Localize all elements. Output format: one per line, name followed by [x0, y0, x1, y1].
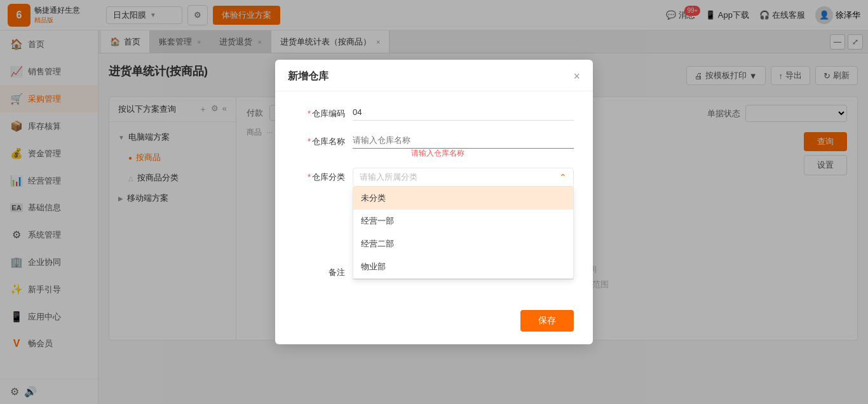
modal-header: 新增仓库 ×	[275, 60, 593, 91]
dropdown-item-dept2[interactable]: 经营二部	[353, 232, 573, 255]
category-dropdown-list: 未分类 经营一部 经营二部 物业部	[353, 187, 574, 279]
dropdown-item-dept1[interactable]: 经营一部	[353, 210, 573, 232]
modal-body: 仓库编码 仓库名称 请输入仓库名称 仓库分类 请输入所属分类 ⌃ 未分类 经营一…	[275, 91, 593, 304]
form-row-name: 仓库名称 请输入仓库名称	[294, 132, 574, 149]
form-row-code: 仓库编码	[294, 104, 574, 121]
modal-new-warehouse: 新增仓库 × 仓库编码 仓库名称 请输入仓库名称 仓库分类 请输入所属分类 ⌃	[275, 60, 593, 344]
category-placeholder: 请输入所属分类	[360, 172, 417, 183]
dropdown-item-dept3[interactable]: 物业部	[353, 255, 573, 278]
modal-footer: 保存	[275, 304, 593, 344]
code-input[interactable]	[353, 104, 574, 121]
category-label: 仓库分类	[294, 168, 345, 183]
name-input[interactable]	[353, 132, 574, 149]
modal-title: 新增仓库	[288, 70, 329, 83]
form-row-category: 仓库分类 请输入所属分类 ⌃ 未分类 经营一部 经营二部 物业部	[294, 168, 574, 187]
dropdown-item-unclassified[interactable]: 未分类	[353, 187, 573, 210]
category-dropdown-trigger[interactable]: 请输入所属分类 ⌃	[353, 168, 574, 187]
modal-close-button[interactable]: ×	[573, 70, 580, 83]
save-button[interactable]: 保存	[520, 310, 574, 332]
category-dropdown-wrapper: 请输入所属分类 ⌃ 未分类 经营一部 经营二部 物业部	[353, 168, 574, 187]
dropdown-up-icon: ⌃	[559, 172, 567, 182]
name-error-message: 请输入仓库名称	[411, 148, 465, 159]
name-label: 仓库名称	[294, 132, 345, 147]
code-label: 仓库编码	[294, 104, 345, 119]
name-input-wrapper: 请输入仓库名称	[353, 132, 574, 149]
remarks-label: 备注	[294, 263, 345, 278]
